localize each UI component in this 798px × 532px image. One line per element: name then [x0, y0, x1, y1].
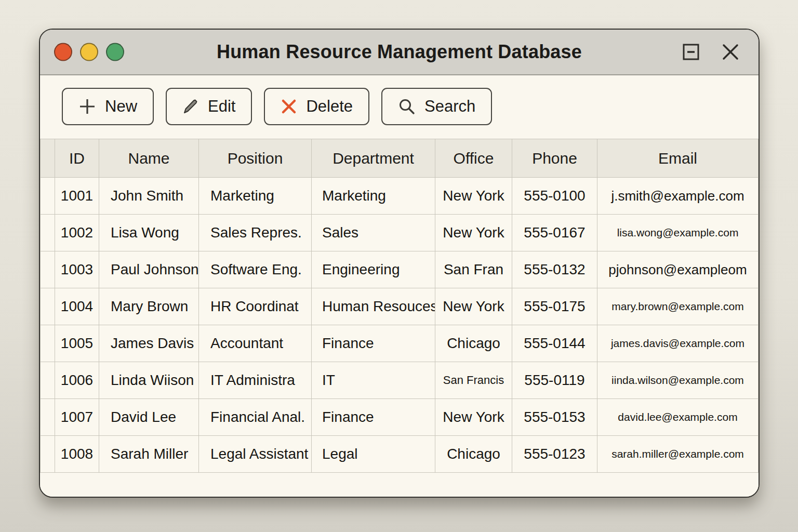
cell-name[interactable]: Sarah Miller — [99, 436, 199, 473]
cell-office[interactable]: New York — [435, 178, 512, 215]
cell-position[interactable]: Sales Repres. — [199, 215, 312, 251]
cell-id[interactable]: 1005 — [55, 325, 99, 362]
cell-id[interactable]: 1004 — [55, 288, 99, 325]
cell-position[interactable]: IT Administra — [199, 362, 312, 399]
table-row[interactable]: 1003Paul JohnsonSoftware Eng.Engineering… — [41, 251, 759, 288]
cell-email[interactable]: james.davis@example.com — [597, 325, 759, 362]
cell-phone[interactable]: 555-0175 — [512, 288, 597, 325]
delete-button[interactable]: Delete — [264, 88, 369, 125]
table-area: IDNamePositionDepartmentOfficePhoneEmail… — [40, 139, 759, 497]
cell-id[interactable]: 1007 — [55, 399, 99, 436]
cell-office[interactable]: New York — [435, 399, 512, 436]
table-row[interactable]: 1005James DavisAccountantFinanceChicago5… — [41, 325, 759, 362]
cell-position[interactable]: Marketing — [199, 178, 312, 215]
cell-department[interactable]: Finance — [312, 325, 435, 362]
search-button[interactable]: Search — [381, 88, 492, 125]
cell-office[interactable]: San Francis — [435, 362, 512, 399]
cell-id[interactable]: 1001 — [55, 178, 99, 215]
cell-position[interactable]: Legal Assistant — [199, 436, 312, 473]
delete-button-label: Delete — [306, 97, 353, 116]
pencil-icon — [182, 98, 199, 115]
cell-position[interactable]: Accountant — [199, 325, 312, 362]
cell-email[interactable]: j.smith@example.com — [597, 178, 759, 215]
app-window: Human Resource Management Database — [39, 29, 760, 498]
table-row[interactable]: 1001John SmithMarketingMarketingNew York… — [41, 178, 759, 215]
cell-department[interactable]: Legal — [312, 436, 435, 473]
x-icon — [281, 98, 297, 115]
window-controls — [682, 43, 740, 61]
cell-id[interactable]: 1008 — [55, 436, 99, 473]
cell-office[interactable]: New York — [435, 215, 512, 251]
new-button[interactable]: New — [62, 88, 154, 125]
plus-icon — [78, 98, 96, 115]
close-icon[interactable] — [721, 43, 740, 61]
edit-button-label: Edit — [208, 97, 235, 116]
cell-id[interactable]: 1006 — [55, 362, 99, 399]
cell-phone[interactable]: 555-0100 — [512, 178, 597, 215]
minimize-icon[interactable] — [682, 43, 700, 61]
cell-office[interactable]: Chicago — [435, 436, 512, 473]
cell-email[interactable]: mary.brown@example.com — [597, 288, 759, 325]
cell-email[interactable]: sarah.miller@example.com — [597, 436, 759, 473]
table-body: 1001John SmithMarketingMarketingNew York… — [41, 178, 759, 473]
column-header-department: Department — [312, 139, 435, 178]
edit-button[interactable]: Edit — [166, 88, 252, 125]
new-button-label: New — [105, 97, 137, 116]
row-gutter — [41, 215, 55, 251]
cell-email[interactable]: iinda.wilson@example.com — [597, 362, 759, 399]
table-row[interactable]: 1006Linda WiisonIT AdministraITSan Franc… — [41, 362, 759, 399]
cell-phone[interactable]: 555-0167 — [512, 215, 597, 251]
table-row[interactable]: 1004Mary BrownHR CoordinatHuman Resouces… — [41, 288, 759, 325]
table-row[interactable]: 1002Lisa WongSales Repres.SalesNew York5… — [41, 215, 759, 251]
column-header-office: Office — [435, 139, 512, 178]
cell-name[interactable]: Paul Johnson — [99, 251, 199, 288]
cell-name[interactable]: James Davis — [99, 325, 199, 362]
cell-office[interactable]: San Fran — [435, 251, 512, 288]
cell-name[interactable]: John Smith — [99, 178, 199, 215]
cell-position[interactable]: Financial Anal. — [199, 399, 312, 436]
cell-phone[interactable]: 555-0153 — [512, 399, 597, 436]
table-row[interactable]: 1008Sarah MillerLegal AssistantLegalChic… — [41, 436, 759, 473]
table-row[interactable]: 1007David LeeFinancial Anal.FinanceNew Y… — [41, 399, 759, 436]
window-title: Human Resource Management Database — [40, 41, 759, 63]
row-gutter — [41, 325, 55, 362]
toolbar: New Edit Delete — [40, 75, 759, 139]
row-gutter — [41, 399, 55, 436]
column-header-position: Position — [199, 139, 312, 178]
cell-department[interactable]: Engineering — [312, 251, 435, 288]
cell-email[interactable]: david.lee@example.com — [597, 399, 759, 436]
column-header-email: Email — [597, 139, 759, 178]
column-header-phone: Phone — [512, 139, 597, 178]
title-bar: Human Resource Management Database — [40, 30, 759, 75]
cell-id[interactable]: 1003 — [55, 251, 99, 288]
cell-office[interactable]: Chicago — [435, 325, 512, 362]
cell-office[interactable]: New York — [435, 288, 512, 325]
column-header-name: Name — [99, 139, 199, 178]
cell-department[interactable]: Human Resouces — [312, 288, 435, 325]
search-button-label: Search — [424, 97, 475, 116]
cell-name[interactable]: Linda Wiison — [99, 362, 199, 399]
cell-name[interactable]: David Lee — [99, 399, 199, 436]
row-gutter — [41, 251, 55, 288]
cell-phone[interactable]: 555-0119 — [512, 362, 597, 399]
cell-phone[interactable]: 555-0132 — [512, 251, 597, 288]
cell-position[interactable]: Software Eng. — [199, 251, 312, 288]
cell-name[interactable]: Mary Brown — [99, 288, 199, 325]
cell-department[interactable]: Marketing — [312, 178, 435, 215]
column-header-id: ID — [55, 139, 99, 178]
employee-table: IDNamePositionDepartmentOfficePhoneEmail… — [40, 139, 759, 473]
row-gutter — [41, 436, 55, 473]
cell-position[interactable]: HR Coordinat — [199, 288, 312, 325]
cell-department[interactable]: Finance — [312, 399, 435, 436]
cell-phone[interactable]: 555-0144 — [512, 325, 597, 362]
cell-email[interactable]: lisa.wong@example.com — [597, 215, 759, 251]
cell-department[interactable]: Sales — [312, 215, 435, 251]
desktop-background: { "window": { "title": "Human Resource M… — [0, 0, 798, 532]
cell-name[interactable]: Lisa Wong — [99, 215, 199, 251]
cell-phone[interactable]: 555-0123 — [512, 436, 597, 473]
magnifier-icon — [398, 98, 416, 115]
cell-email[interactable]: pjohnson@exampleom — [597, 251, 759, 288]
row-gutter — [41, 178, 55, 215]
cell-department[interactable]: IT — [312, 362, 435, 399]
cell-id[interactable]: 1002 — [55, 215, 99, 251]
